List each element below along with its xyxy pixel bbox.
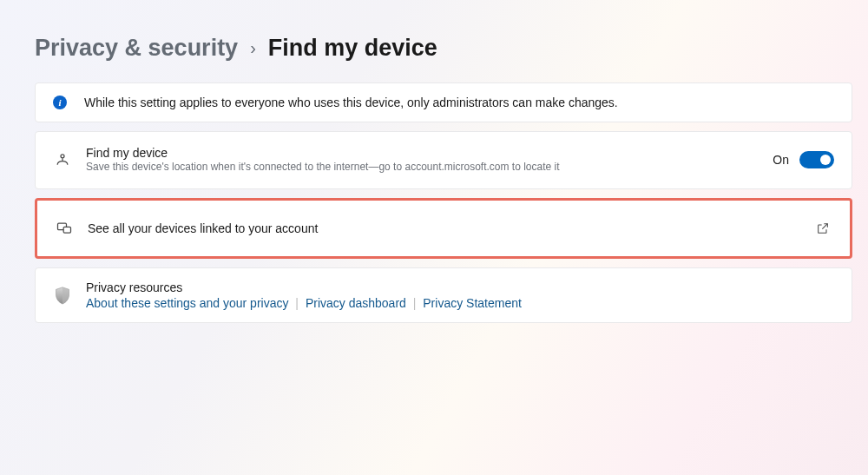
info-banner: i While this setting applies to everyone… — [35, 82, 852, 122]
privacy-resources-title: Privacy resources — [86, 280, 834, 294]
chevron-right-icon: › — [250, 38, 256, 58]
page-title: Find my device — [268, 35, 437, 62]
link-privacy-statement[interactable]: Privacy Statement — [423, 296, 522, 310]
link-about-settings-privacy[interactable]: About these settings and your privacy — [86, 296, 288, 310]
devices-icon — [55, 220, 74, 237]
see-all-devices-label: See all your devices linked to your acco… — [88, 221, 799, 235]
separator: | — [295, 296, 299, 310]
find-my-device-row: Find my device Save this device's locati… — [35, 131, 852, 189]
svg-point-0 — [61, 155, 64, 158]
find-my-device-title: Find my device — [86, 146, 759, 160]
toggle-state-label: On — [773, 153, 789, 167]
privacy-resources-row: Privacy resources About these settings a… — [35, 267, 852, 323]
link-privacy-dashboard[interactable]: Privacy dashboard — [306, 296, 406, 310]
location-person-icon — [53, 151, 72, 168]
separator: | — [413, 296, 417, 310]
find-my-device-subtitle: Save this device's location when it's co… — [86, 160, 759, 175]
info-banner-text: While this setting applies to everyone w… — [84, 96, 618, 109]
breadcrumb-parent[interactable]: Privacy & security — [35, 35, 238, 62]
info-icon: i — [53, 96, 67, 109]
svg-rect-2 — [63, 227, 70, 233]
see-all-devices-row[interactable]: See all your devices linked to your acco… — [35, 198, 852, 259]
find-my-device-toggle[interactable] — [799, 151, 834, 168]
shield-icon — [53, 286, 72, 305]
breadcrumb: Privacy & security › Find my device — [35, 35, 852, 62]
open-external-icon — [813, 221, 832, 235]
